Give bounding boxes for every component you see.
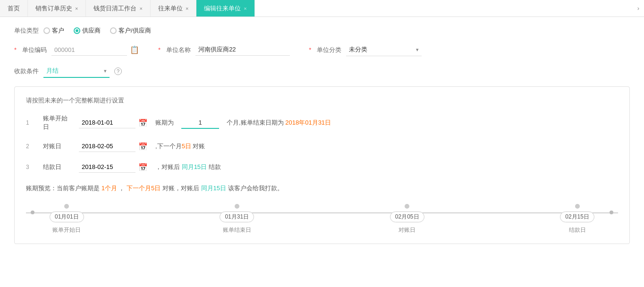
preview-middle: ， [119, 185, 125, 192]
timeline-label-4: 结款日 [569, 226, 586, 234]
payment-row: 收款条件 月结 ▾ ? [14, 65, 630, 78]
period-date-field-1: 📅 [79, 117, 148, 128]
period-num-1: 1 [26, 119, 35, 126]
period-settings-box: 请按照未来的一个完整帐期进行设置 1 账单开始日 📅 账期为 个月,账单结束日期… [14, 86, 630, 244]
code-calendar-icon[interactable]: 📋 [130, 45, 139, 54]
category-required: * [309, 46, 311, 53]
tab-more-button[interactable]: › [633, 0, 644, 17]
timeline-node-3: 02月05日 对账日 [390, 204, 424, 234]
tab-edit-partner[interactable]: 编辑往来单位 × [196, 0, 254, 17]
timeline-node-2: 01月31日 账单结束日 [220, 204, 254, 234]
tab-home[interactable]: 首页 [0, 0, 28, 17]
timeline-container: 01月01日 账单开始日 01月31日 账单结束日 02月05日 对账日 [26, 204, 618, 234]
radio-customer-circle [43, 27, 50, 34]
period-num-3: 3 [26, 164, 35, 170]
timeline-tag-3: 02月05日 [390, 211, 424, 222]
timeline-tag-2: 01月31日 [220, 211, 254, 222]
tab-partner-units[interactable]: 往来单位 × [151, 0, 196, 17]
timeline-label-1: 账单开始日 [52, 226, 81, 234]
period-calendar-icon-3[interactable]: 📅 [138, 163, 148, 172]
tab-sales-close[interactable]: × [75, 6, 78, 11]
tab-home-label: 首页 [8, 4, 20, 13]
period-row-3: 3 结款日 📅 ，对账后 同月15日 结款 [26, 161, 618, 173]
period-date-field-2: 📅 [79, 141, 148, 152]
code-name-category-row: * 单位编码 📋 * 单位名称 * 单位分类 未分类 ▾ [14, 43, 630, 56]
code-label: 单位编码 [22, 46, 47, 54]
period-label-1: 账期为 [155, 118, 174, 127]
help-mark: ? [117, 68, 119, 74]
category-value: 未分类 [349, 45, 413, 54]
period-value-input[interactable] [181, 117, 219, 129]
timeline-node-4: 02月15日 结款日 [560, 204, 594, 234]
period-suffix-before-3: ，对账后 同月15日 结款 [155, 163, 221, 171]
period-calendar-icon-2[interactable]: 📅 [138, 142, 148, 151]
tab-sales-order-history[interactable]: 销售订单历史 × [28, 0, 86, 17]
preview-part3: 同月15日 [201, 185, 226, 192]
tab-partner-close[interactable]: × [186, 6, 188, 11]
period-date-input-2[interactable] [79, 141, 136, 152]
period-calendar-icon-1[interactable]: 📅 [138, 118, 148, 127]
payment-chevron-icon: ▾ [104, 68, 107, 74]
name-input[interactable] [195, 44, 290, 56]
timeline-tag-4: 02月15日 [560, 211, 594, 222]
timeline-tag-1: 01月01日 [50, 211, 84, 222]
payment-select[interactable]: 月结 ▾ [43, 65, 110, 78]
code-required: * [14, 46, 17, 53]
timeline-label-3: 对账日 [398, 226, 415, 234]
radio-customer[interactable]: 客户 [43, 26, 64, 35]
period-row-2: 2 对账日 📅 ,下一个月5日 对账 [26, 141, 618, 152]
radio-both-label: 客户/供应商 [119, 26, 151, 35]
code-field-group: 📋 [51, 44, 139, 56]
tab-sales-label: 销售订单历史 [35, 4, 72, 13]
tab-edit-label: 编辑往来单位 [204, 4, 241, 13]
highlight-day-2: 5日 [182, 143, 191, 150]
period-title: 请按照未来的一个完整帐期进行设置 [26, 96, 618, 105]
preview-prefix: 账期预览：当前客户账期是 [26, 185, 100, 192]
payment-label: 收款条件 [14, 67, 39, 76]
tab-partner-label: 往来单位 [158, 4, 183, 13]
category-select[interactable]: 未分类 ▾ [346, 43, 422, 56]
timeline-dot-2 [235, 204, 239, 209]
tab-cash-workbench[interactable]: 钱货日清工作台 × [86, 0, 150, 17]
period-unit-1: 个月,账单结束日期为 2018年01月31日 [227, 118, 331, 127]
tab-edit-close[interactable]: × [244, 6, 246, 11]
category-label: 单位分类 [317, 46, 341, 54]
highlight-day-3: 同月15日 [182, 163, 207, 170]
period-row-label-2: 对账日 [43, 142, 71, 151]
period-end-date-highlight: 2018年01月31日 [285, 119, 331, 126]
period-date-input-1[interactable] [79, 117, 136, 128]
timeline-label-2: 账单结束日 [223, 226, 251, 234]
timeline-dot-1 [64, 204, 69, 209]
unit-type-radio-group: 客户 供应商 客户/供应商 [43, 26, 151, 35]
tab-more-icon: › [637, 5, 639, 12]
payment-value: 月结 [46, 67, 101, 75]
period-row-label-1: 账单开始日 [43, 114, 71, 131]
code-input[interactable] [51, 44, 127, 56]
tab-cash-close[interactable]: × [139, 6, 142, 11]
preview-middle2: 对账，对账后 [162, 185, 199, 192]
period-date-input-3[interactable] [79, 161, 136, 173]
main-content: 单位类型 客户 供应商 客户/供应商 * 单位编码 📋 * 单位名称 * [0, 17, 644, 287]
period-date-field-3: 📅 [79, 161, 148, 173]
tabs-bar: 首页 销售订单历史 × 钱货日清工作台 × 往来单位 × 编辑往来单位 × › [0, 0, 644, 17]
radio-supplier-circle [74, 27, 80, 34]
unit-type-label: 单位类型 [14, 26, 39, 35]
name-required: * [158, 46, 161, 53]
radio-supplier-label: 供应商 [82, 26, 101, 35]
radio-supplier[interactable]: 供应商 [74, 26, 101, 35]
preview-text: 账期预览：当前客户账期是 1个月 ， 下一个月5日 对账，对账后 同月15日 该… [26, 184, 618, 193]
preview-suffix: 该客户会给我打款。 [228, 185, 283, 192]
radio-both[interactable]: 客户/供应商 [110, 26, 151, 35]
unit-type-row: 单位类型 客户 供应商 客户/供应商 [14, 26, 630, 35]
category-chevron-icon: ▾ [416, 47, 419, 53]
tab-cash-label: 钱货日清工作台 [93, 4, 136, 13]
timeline-dot-3 [405, 204, 409, 209]
preview-part1: 1个月 [102, 185, 117, 192]
period-num-2: 2 [26, 143, 35, 150]
name-label: 单位名称 [166, 46, 191, 54]
radio-customer-label: 客户 [52, 26, 64, 35]
period-row-label-3: 结款日 [43, 163, 71, 171]
payment-help-icon[interactable]: ? [114, 68, 122, 75]
timeline-dot-4 [575, 204, 580, 209]
period-row-1: 1 账单开始日 📅 账期为 个月,账单结束日期为 2018年01月31日 [26, 114, 618, 131]
